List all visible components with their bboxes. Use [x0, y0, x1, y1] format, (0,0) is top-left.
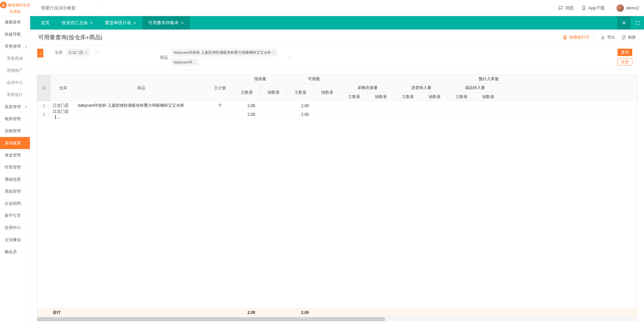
svg-point-5 [43, 87, 45, 89]
header-onhand-aux: 辅数量 [260, 84, 287, 101]
sidebar-item-2[interactable]: 零售管理▴ [0, 40, 30, 52]
header-onhand-group: 现存量 主数量 辅数量 [233, 75, 287, 101]
tag-label: 江北门店 [68, 50, 83, 55]
cell-unit: 个 [207, 103, 233, 108]
logo-icon: b [0, 2, 7, 8]
tab-label: 收发存汇总表 [62, 20, 88, 26]
product-tag-input[interactable]: babycare学饮杯 儿童防摔防撞吸管杯重力球吸嘴杯宝宝水杯✕babycare… [171, 49, 282, 66]
gear-column-header[interactable] [37, 75, 51, 101]
phone-icon [581, 5, 586, 10]
sidebar-item-19[interactable]: 畅会员 [0, 246, 30, 258]
warehouse-tag-input[interactable]: 江北门店✕ [66, 49, 90, 56]
close-all-tabs-button[interactable]: ✕ [617, 16, 631, 30]
account-name: 母婴行业演示账套 [41, 5, 76, 11]
username[interactable]: demo2 [626, 5, 639, 10]
remove-tag-icon[interactable]: ✕ [85, 51, 87, 54]
table-header: 仓库 商品 主计量 现存量 主数量 辅数量 可用量 主数量 辅数量 [37, 75, 637, 101]
close-icon[interactable]: ✕ [133, 21, 136, 25]
header-purchase-transit: 采购在途量 [341, 84, 394, 92]
cell-avail-main: 2.00 [287, 103, 314, 108]
sidebar-item-12[interactable]: 经营管理 [0, 161, 30, 173]
close-icon[interactable]: ✕ [90, 21, 93, 25]
header-onhand-main: 主数量 [233, 84, 260, 101]
sidebar-item-14[interactable]: 系统管理 [0, 185, 30, 197]
filter-tag[interactable]: 江北门店✕ [66, 49, 90, 56]
sidebar-item-9[interactable]: 采购管理 [0, 125, 30, 137]
table-row[interactable]: 2江北门店【…2.002.00 [37, 110, 637, 119]
messages-button[interactable]: 消息 [558, 5, 574, 11]
sidebar-item-0[interactable]: 搜索菜单 [0, 16, 30, 28]
tab-label: 首页 [41, 20, 50, 26]
sidebar-item-13[interactable]: 基础信息 [0, 173, 30, 185]
app-download-button[interactable]: App下载 [581, 5, 605, 11]
filter-tag[interactable]: babycare学饮杯 儿童防摔防撞吸管杯重力球吸嘴杯宝宝水杯✕ [171, 49, 277, 56]
sidebar-item-17[interactable]: 应用中心 [0, 222, 30, 234]
header-expected-group: 预计入库量 采购在途量 主数量 辅数量 进货待入量 主数量 [341, 75, 637, 101]
sidebar-item-label: 新手引导 [5, 213, 21, 219]
sidebar-item-4[interactable]: 营销推广 [0, 64, 30, 77]
remove-tag-icon[interactable]: ✕ [272, 51, 275, 54]
row-index: 2 [37, 112, 51, 117]
refresh-button[interactable]: 刷新 [621, 35, 636, 40]
horizontal-scrollbar[interactable] [37, 317, 637, 321]
print-template-button[interactable]: 按模板打印 ﹀ [562, 35, 594, 40]
warehouse-more-icon[interactable]: ⋯ [95, 50, 100, 55]
table-footer: 合计 2.00 2.00 [37, 308, 637, 317]
settings-button[interactable]: 设置 [618, 58, 632, 65]
sidebar-item-label: 零售商城 [7, 56, 23, 61]
message-icon [558, 5, 563, 10]
header-available-group: 可用量 主数量 辅数量 [287, 75, 341, 101]
tab-1[interactable]: 收发存汇总表✕ [56, 16, 99, 30]
scrollbar-thumb[interactable] [37, 317, 385, 321]
filter-bar: » 仓库 江北门店✕ ⋯ 商品 babycare学饮杯 儿童防摔防撞吸管杯重力球… [37, 45, 637, 70]
header-pt-aux: 辅数量 [368, 92, 394, 101]
filter-tag[interactable]: babycare学… [171, 58, 199, 66]
filter-collapse-handle[interactable]: » [37, 49, 43, 57]
total-label: 合计 [51, 310, 76, 315]
header-warehouse: 仓库 [51, 75, 76, 101]
sidebar-item-15[interactable]: 企业协同 [0, 197, 30, 209]
tag-label: babycare学… [174, 60, 196, 65]
tab-3[interactable]: 可用量库存账本✕ [142, 16, 190, 30]
triangle-up-icon: ▴ [25, 45, 27, 48]
close-icon[interactable]: ✕ [181, 21, 184, 25]
sidebar-item-label: 库存核算 [5, 140, 21, 146]
tab-bar: 首页收发存汇总表✕要货单统计表✕可用量库存账本✕✕ [30, 16, 644, 30]
messages-label: 消息 [565, 5, 574, 11]
tab-2[interactable]: 要货单统计表✕ [99, 16, 142, 30]
fullscreen-button[interactable] [631, 16, 644, 30]
product-more-icon[interactable]: ⋯ [287, 55, 292, 60]
sidebar-item-label: 批发管理 [5, 104, 21, 110]
sidebar-item-6[interactable]: 零售统计 [0, 89, 30, 101]
print-label: 按模板打印 [569, 35, 589, 40]
account-selector[interactable]: 母婴行业演示账套 ﹀ [38, 3, 105, 13]
user-avatar[interactable] [616, 4, 624, 12]
header-gp-aux: 辅数量 [421, 92, 448, 101]
data-table: 仓库 商品 主计量 现存量 主数量 辅数量 可用量 主数量 辅数量 [37, 75, 637, 317]
page-title: 可用量查询(按仓库+商品) [38, 34, 102, 41]
export-button[interactable]: 导出 [600, 35, 615, 40]
sidebar-item-10[interactable]: 库存核算 [0, 137, 30, 149]
sidebar-item-label: 基础信息 [5, 177, 21, 182]
tab-label: 可用量库存账本 [148, 20, 179, 26]
sidebar-item-8[interactable]: 电商管理 [0, 113, 30, 125]
app-download-label: App下载 [588, 5, 605, 11]
sidebar-item-1[interactable]: 快捷导航 [0, 28, 30, 40]
tab-0[interactable]: 首页 [35, 16, 56, 30]
sidebar-item-5[interactable]: 会员中心 [0, 77, 30, 89]
sidebar-item-label: 企业协同 [5, 201, 21, 206]
search-button[interactable]: 查询 [618, 49, 632, 56]
sidebar-item-18[interactable]: 企业微信 [0, 234, 30, 246]
sidebar-item-11[interactable]: 资金管理 [0, 149, 30, 161]
header-avail-aux: 辅数量 [314, 84, 340, 101]
table-row[interactable]: 1江北门店babycare学饮杯 儿童防摔防撞吸管杯重力球吸嘴杯宝宝水杯个2.0… [37, 101, 637, 110]
sidebar-item-7[interactable]: 批发管理▾ [0, 101, 30, 113]
sidebar-item-label: 畅会员 [5, 249, 17, 255]
export-label: 导出 [607, 35, 615, 40]
header-fp-main: 主数量 [448, 92, 475, 101]
sidebar-item-label: 快捷导航 [5, 32, 21, 37]
sidebar-item-16[interactable]: 新手引导 [0, 209, 30, 222]
header-expected: 预计入库量 [341, 75, 637, 84]
sidebar-item-3[interactable]: 零售商城 [0, 52, 30, 64]
cell-onhand-main: 2.00 [233, 103, 260, 108]
